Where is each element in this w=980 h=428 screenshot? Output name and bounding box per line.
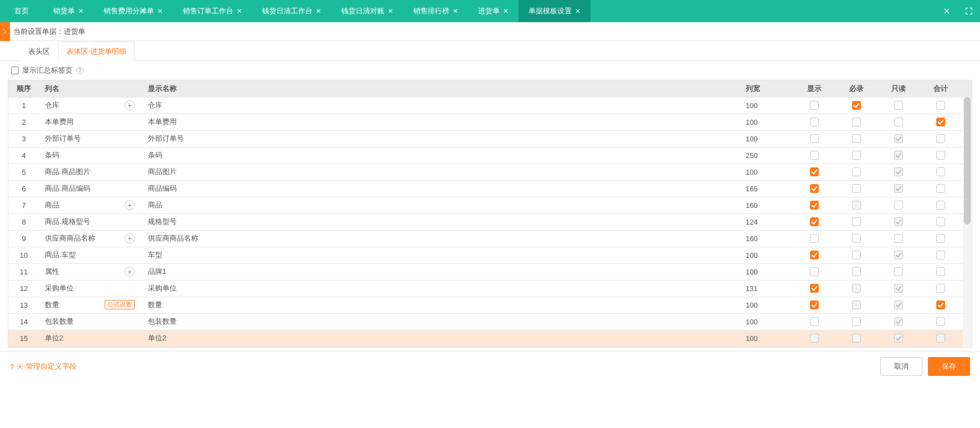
top-tab[interactable]: 首页	[0, 0, 43, 22]
cell-width[interactable]: 160	[740, 197, 793, 213]
checkbox[interactable]	[852, 101, 861, 110]
save-button[interactable]: 保存	[928, 357, 970, 376]
checkbox[interactable]	[810, 184, 819, 193]
cell-display[interactable]: 采购单位	[142, 280, 740, 297]
help-icon[interactable]: ?	[10, 363, 14, 371]
cell-display[interactable]: 数量	[142, 297, 740, 313]
checkbox[interactable]	[810, 201, 819, 210]
table-row[interactable]: 5商品.商品图片商品图片100	[8, 164, 972, 180]
cell-display[interactable]: 条码	[142, 147, 740, 164]
section-tab[interactable]: 表体区-进货单明细	[58, 42, 135, 61]
cell-display[interactable]: 品牌1	[142, 263, 740, 280]
checkbox[interactable]	[810, 151, 819, 160]
section-tab[interactable]: 表头区	[20, 42, 58, 61]
cell-width[interactable]: 100	[740, 130, 793, 147]
cell-width[interactable]: 100	[740, 297, 793, 313]
cell-display[interactable]: 本单费用	[142, 114, 740, 130]
cell-width[interactable]: 100	[740, 114, 793, 130]
checkbox[interactable]	[852, 317, 861, 326]
cell-display[interactable]: 供应商商品名称	[142, 230, 740, 247]
collapse-toggle[interactable]	[0, 22, 10, 41]
add-icon[interactable]: +	[125, 233, 135, 243]
cancel-button[interactable]: 取消	[880, 357, 922, 376]
checkbox[interactable]	[852, 151, 861, 160]
checkbox[interactable]	[936, 234, 945, 243]
checkbox[interactable]	[894, 267, 903, 276]
cell-width[interactable]: 131	[740, 280, 793, 297]
cell-display[interactable]: 车型	[142, 247, 740, 263]
close-icon[interactable]: ✕	[575, 7, 581, 15]
top-tab[interactable]: 钱货日清对账✕	[331, 0, 403, 22]
table-row[interactable]: 2本单费用本单费用100	[8, 114, 972, 130]
table-row[interactable]: 12采购单位采购单位131	[8, 280, 972, 297]
table-row[interactable]: 4条码条码250	[8, 147, 972, 164]
close-icon[interactable]: ✕	[503, 7, 509, 15]
checkbox[interactable]	[810, 167, 819, 176]
close-all-tabs-button[interactable]	[936, 0, 958, 22]
checkbox[interactable]	[852, 134, 861, 143]
manage-custom-fields-link[interactable]: ? 管理自定义字段	[10, 361, 76, 371]
checkbox[interactable]	[936, 184, 945, 193]
checkbox[interactable]	[936, 151, 945, 160]
close-icon[interactable]: ✕	[453, 7, 458, 15]
cell-width[interactable]: 100	[740, 263, 793, 280]
checkbox[interactable]	[810, 101, 819, 110]
add-icon[interactable]: +	[125, 100, 135, 110]
top-tab[interactable]: 单据模板设置✕	[519, 0, 591, 22]
top-tab[interactable]: 销货单✕	[43, 0, 94, 22]
cell-display[interactable]: 商品图片	[142, 164, 740, 180]
checkbox[interactable]	[936, 134, 945, 143]
cell-display[interactable]: 单位2	[142, 330, 740, 347]
formula-tag[interactable]: 公式设置	[105, 300, 135, 309]
table-row[interactable]: 14包装数量包装数量100	[8, 313, 972, 330]
checkbox[interactable]	[810, 251, 819, 259]
checkbox[interactable]	[936, 317, 945, 326]
checkbox[interactable]	[936, 267, 945, 276]
cell-display[interactable]: 仓库	[142, 97, 740, 114]
cell-width[interactable]: 165	[740, 180, 793, 197]
checkbox[interactable]	[810, 234, 819, 243]
checkbox[interactable]	[852, 267, 861, 276]
close-icon[interactable]: ✕	[316, 7, 321, 15]
checkbox[interactable]	[810, 118, 819, 126]
close-icon[interactable]: ✕	[157, 7, 163, 15]
top-tab[interactable]: 进货单✕	[468, 0, 519, 22]
checkbox[interactable]	[852, 118, 861, 126]
cell-width[interactable]: 250	[740, 147, 793, 164]
checkbox[interactable]	[936, 118, 945, 126]
cell-display[interactable]: 规格型号	[142, 213, 740, 230]
checkbox[interactable]	[810, 284, 819, 293]
table-row[interactable]: 7商品+商品160	[8, 197, 972, 213]
checkbox[interactable]	[936, 251, 945, 259]
checkbox[interactable]	[936, 300, 945, 309]
cell-width[interactable]: 100	[740, 164, 793, 180]
checkbox[interactable]	[810, 134, 819, 143]
show-summary-tab-checkbox[interactable]	[11, 67, 19, 74]
checkbox[interactable]	[894, 118, 903, 126]
checkbox[interactable]	[936, 201, 945, 210]
checkbox[interactable]	[936, 217, 945, 226]
checkbox[interactable]	[810, 300, 819, 309]
top-tab[interactable]: 销售费用分摊单✕	[94, 0, 173, 22]
table-row[interactable]: 8商品.规格型号规格型号124	[8, 213, 972, 230]
cell-width[interactable]: 124	[740, 213, 793, 230]
checkbox[interactable]	[936, 101, 945, 110]
checkbox[interactable]	[810, 317, 819, 326]
cell-width[interactable]: 100	[740, 313, 793, 330]
checkbox[interactable]	[810, 217, 819, 226]
top-tab[interactable]: 销售排行榜✕	[403, 0, 468, 22]
checkbox[interactable]	[894, 201, 903, 210]
cell-display[interactable]: 商品	[142, 197, 740, 213]
checkbox[interactable]	[810, 267, 819, 276]
table-row[interactable]: 9供应商商品名称+供应商商品名称160	[8, 230, 972, 247]
fullscreen-button[interactable]	[958, 0, 980, 22]
table-row[interactable]: 15单位2单位2100	[8, 330, 972, 347]
checkbox[interactable]	[852, 184, 861, 193]
close-icon[interactable]: ✕	[237, 7, 242, 15]
close-icon[interactable]: ✕	[78, 7, 84, 15]
vertical-scrollbar[interactable]	[963, 97, 972, 347]
cell-width[interactable]: 100	[740, 97, 793, 114]
cell-width[interactable]: 100	[740, 330, 793, 347]
cell-display[interactable]: 外部订单号	[142, 130, 740, 147]
cell-width[interactable]: 100	[740, 247, 793, 263]
